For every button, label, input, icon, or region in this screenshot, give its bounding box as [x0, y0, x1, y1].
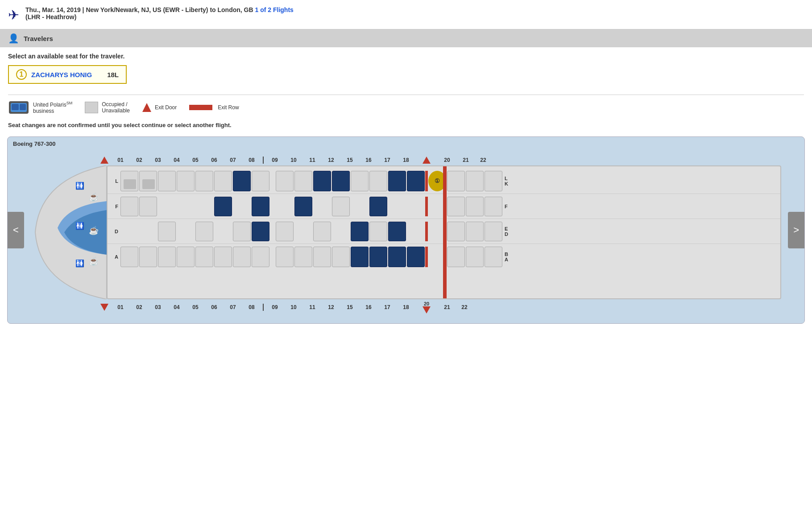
seat-L21[interactable]	[466, 171, 484, 191]
seat-L20[interactable]	[447, 171, 465, 191]
seat-D09[interactable]	[276, 222, 294, 241]
seat-L17[interactable]	[388, 171, 406, 191]
top-row-numbers: 01 02 03 04 05 06 07 08 09 10 11 12 15 1…	[107, 157, 781, 164]
seat-D11[interactable]	[313, 222, 331, 241]
col-num-09-top: 09	[265, 157, 284, 163]
seat-D08[interactable]	[252, 222, 269, 241]
col-num-06-top: 06	[205, 157, 224, 163]
seat-L06[interactable]	[214, 171, 232, 191]
header-text: Thu., Mar. 14, 2019 | New York/Newark, N…	[25, 6, 294, 21]
seat-A04[interactable]	[177, 247, 195, 267]
seat-A10[interactable]	[294, 247, 312, 267]
seat-D07[interactable]	[233, 222, 251, 241]
seat-F16[interactable]	[369, 197, 387, 216]
col-num-22-bot: 22	[456, 304, 472, 310]
traveler-badge[interactable]: 1 ZACHARYS HONIG 18L	[8, 65, 127, 84]
bottom-row-numbers: 01 02 03 04 05 06 07 08 09 10 11 12 15 1…	[107, 301, 781, 314]
polaris-legend-item: United PolarisSM business	[8, 99, 72, 116]
col-num-22-top: 22	[475, 157, 491, 163]
col-num-02-bot: 02	[130, 304, 149, 310]
seat-F01[interactable]	[120, 197, 138, 216]
col-num-10-top: 10	[284, 157, 303, 163]
seat-F22[interactable]	[485, 197, 502, 216]
seat-L11[interactable]	[313, 171, 331, 191]
seat-A07[interactable]	[233, 247, 251, 267]
traveler-name: ZACHARYS HONIG	[31, 71, 92, 78]
col-num-10-bot: 10	[284, 304, 303, 310]
seat-F08[interactable]	[252, 197, 269, 216]
col-num-12-top: 12	[322, 157, 340, 163]
col-num-04-top: 04	[167, 157, 186, 163]
col-num-01-top: 01	[111, 157, 130, 163]
seat-D22[interactable]	[485, 222, 502, 241]
col-num-16-top: 16	[359, 157, 378, 163]
seat-L09[interactable]	[276, 171, 294, 191]
seat-A05[interactable]	[195, 247, 213, 267]
seat-F12[interactable]	[332, 197, 350, 216]
seat-A18[interactable]	[407, 247, 425, 267]
seat-A20[interactable]	[447, 247, 465, 267]
seat-D15[interactable]	[351, 222, 369, 241]
seat-A02[interactable]	[139, 247, 157, 267]
row-letter-A-right: BA	[503, 252, 515, 262]
seat-L16[interactable]	[369, 171, 387, 191]
seat-A01[interactable]	[120, 247, 138, 267]
col-num-08-bot: 08	[242, 304, 261, 310]
exit-door-triangle-icon	[142, 103, 151, 112]
seat-A03[interactable]	[158, 247, 176, 267]
main-section: Select an available seat for the travele…	[0, 47, 812, 95]
col-num-21-bot: 21	[438, 304, 456, 310]
seat-L22[interactable]	[485, 171, 502, 191]
seat-L07[interactable]	[233, 171, 251, 191]
seat-A08[interactable]	[252, 247, 269, 267]
seat-L02[interactable]	[139, 171, 157, 191]
seat-D21[interactable]	[466, 222, 484, 241]
col-num-11-bot: 11	[303, 304, 322, 310]
seat-L15[interactable]	[351, 171, 369, 191]
seat-D16[interactable]	[369, 222, 387, 241]
plane-model-label: Boeing 767-300	[13, 140, 55, 147]
seat-F02[interactable]	[139, 197, 157, 216]
airplane-icon: ✈	[8, 7, 19, 23]
seat-A09[interactable]	[276, 247, 294, 267]
seat-A11[interactable]	[313, 247, 331, 267]
seat-L03[interactable]	[158, 171, 176, 191]
seat-D03[interactable]	[158, 222, 176, 241]
seat-F10[interactable]	[294, 197, 312, 216]
flight-date-route: Thu., Mar. 14, 2019 | New York/Newark, N…	[25, 6, 294, 13]
select-instruction: Select an available seat for the travele…	[8, 53, 804, 60]
seat-L05[interactable]	[195, 171, 213, 191]
col-num-20-top: 20	[438, 157, 456, 163]
row-letter-L-right: LK	[503, 176, 515, 186]
seat-L04[interactable]	[177, 171, 195, 191]
seat-L10[interactable]	[294, 171, 312, 191]
seat-A17[interactable]	[388, 247, 406, 267]
nav-right-button[interactable]: >	[788, 212, 804, 248]
seat-A16[interactable]	[369, 247, 387, 267]
col-num-03-top: 03	[149, 157, 167, 163]
col-num-08-top: 08	[242, 157, 261, 163]
seat-F21[interactable]	[466, 197, 484, 216]
seat-A22[interactable]	[485, 247, 502, 267]
nav-left-button[interactable]: <	[8, 212, 24, 248]
seat-D20[interactable]	[447, 222, 465, 241]
notice-text: Seat changes are not confirmed until you…	[0, 120, 812, 133]
seat-F20[interactable]	[447, 197, 465, 216]
seat-L01[interactable]	[120, 171, 138, 191]
plane-container: Boeing 767-300 < > 01 02 03 04 05 06 07 …	[7, 136, 805, 324]
seat-A06[interactable]	[214, 247, 232, 267]
exit-row-bar-top	[443, 166, 447, 298]
col-num-05-bot: 05	[186, 304, 205, 310]
seat-D05[interactable]	[195, 222, 213, 241]
seat-L08[interactable]	[252, 171, 269, 191]
seat-L12[interactable]	[332, 171, 350, 191]
seat-F06[interactable]	[214, 197, 232, 216]
fuselage-area: ☕ ☕ ☕ 🚻 🚻 🚻 L	[31, 165, 781, 299]
seat-A15[interactable]	[351, 247, 369, 267]
seat-L18[interactable]	[407, 171, 425, 191]
exit-triangle-bottom-right	[423, 306, 431, 314]
flight-count-highlight: 1 of 2 Flights	[255, 6, 294, 13]
seat-A21[interactable]	[466, 247, 484, 267]
seat-D17[interactable]	[388, 222, 406, 241]
seat-A12[interactable]	[332, 247, 350, 267]
